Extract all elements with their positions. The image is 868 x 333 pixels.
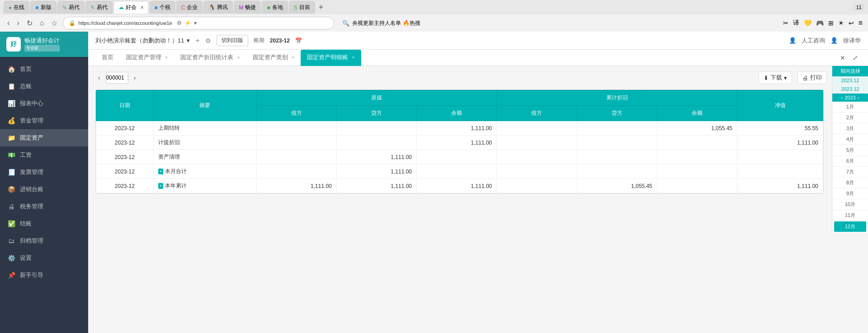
browser-tab-new[interactable]: ■ 新版 [30,1,56,14]
browser-tab-close[interactable]: ✕ [140,5,144,10]
download-icon: ⬇ [764,75,769,81]
tax-icon: 🖨 [7,202,15,211]
wallet-icon[interactable]: 💛 [804,19,811,27]
period-month-9[interactable]: 9月 [832,188,868,199]
sidebar-item-reports[interactable]: 📊 报表中心 [0,95,88,112]
account-info: 刘小艳演示账套（勿删勿动！）11 ▾ [95,37,190,45]
sidebar-item-archive[interactable]: 🗂 归档管理 [0,232,88,249]
new-tab-btn[interactable]: + [319,3,324,12]
period-month-10[interactable]: 10月 [832,199,868,210]
sidebar-item-ledger[interactable]: 📋 总账 [0,78,88,95]
close-period-icon: ✅ [7,220,15,228]
period-month-3[interactable]: 3月 [832,123,868,134]
prev-year-btn[interactable]: ‹ [841,95,843,100]
period-month-11[interactable]: 11月 [832,210,868,221]
sidebar-item-salary[interactable]: 💵 工资 [0,146,88,164]
browser-tab-geshui[interactable]: ■ 个税 [150,1,175,14]
table-row[interactable]: 2023-12 上期结转 1,111.00 1,055.45 55.55 [96,121,823,136]
next-year-btn[interactable]: › [858,95,859,100]
sidebar-item-guide[interactable]: 📌 新手引导 [0,267,88,284]
sidebar-item-home[interactable]: 🏠 首页 [0,61,88,78]
nav-item-label: 归档管理 [20,237,43,245]
game-icon[interactable]: 🎮 [816,19,824,27]
browser-tab-gedi[interactable]: ■ 各地 [262,1,288,14]
translate-icon[interactable]: 译 [793,19,799,27]
download-btn[interactable]: ⬇ 下载 ▾ [759,71,792,84]
back-btn[interactable]: ‹ [5,18,11,28]
dropdown-icon[interactable]: ▾ [187,37,190,44]
tab-close-icon[interactable]: × [292,55,294,60]
browser-tab-tencent[interactable]: 🐧 腾讯 [203,1,233,14]
period-month-7[interactable]: 7月 [832,167,868,178]
close-tab-btn[interactable]: ✕ [837,53,848,62]
tab-depreciation-stat[interactable]: 固定资产折旧统计表 × [174,50,246,66]
sidebar-item-invoice[interactable]: 🧾 发票管理 [0,164,88,181]
page-input[interactable] [106,72,128,84]
menu-icon[interactable]: ≡ [859,19,863,27]
browser-tab-enterprise[interactable]: C 企业 [176,1,203,14]
sidebar-item-settings[interactable]: ⚙️ 设置 [0,249,88,267]
salary-icon: 💵 [7,151,15,159]
tab-asset-mgmt[interactable]: 固定资产管理 × [120,50,174,66]
home-btn[interactable]: ⌂ [38,18,46,28]
tab-close-icon[interactable]: × [165,55,168,60]
address-bar[interactable]: 🔒 https://cloud.chanjet.com/accounting/u… [63,17,334,29]
period-month-5[interactable]: 5月 [832,145,868,156]
period-month-1[interactable]: 1月 [832,102,868,113]
browser-tab-muqian[interactable]: S 目前 [289,1,315,14]
calendar-icon[interactable]: 📅 [295,38,302,44]
brightness-icon[interactable]: ☀ [838,19,844,27]
sidebar-item-funds[interactable]: 💰 资金管理 [0,112,88,129]
period-month-6[interactable]: 6月 [832,156,868,167]
nav-item-label: 进销台账 [20,185,43,193]
add-btn[interactable]: + [195,37,199,45]
period-month-8[interactable]: 8月 [832,178,868,188]
forward-btn[interactable]: › [15,18,21,28]
scissors-icon[interactable]: ✂ [783,19,788,27]
period-month-2[interactable]: 2月 [832,113,868,123]
table-row[interactable]: 2023-12 +本月合计 1,111.00 [96,164,823,179]
settings-btn[interactable]: ⚙ [205,37,211,44]
browser-tab-yidai1[interactable]: ✎ 易代 [57,1,85,14]
browser-tab-yidai2[interactable]: ✎ 易代 [85,1,113,14]
toolbar: ‹ › ⬇ 下载 ▾ 🖨 打印 ↻ 刷新 [95,71,861,84]
browser-tab-online[interactable]: ● 在线 [4,1,29,14]
sidebar-item-assets[interactable]: 📁 固定资产 [0,129,88,146]
nav-item-label: 首页 [20,65,32,73]
tab-home[interactable]: 首页 [95,50,120,66]
switch-version-btn[interactable]: 切到旧版 [217,35,248,46]
browser-tab-haohui[interactable]: ☁ 好会 ✕ [113,1,149,14]
tab-close-icon[interactable]: × [352,55,354,60]
tab-asset-category[interactable]: 固定资产类别 × [246,50,301,66]
sidebar-item-purchase[interactable]: 📦 进销台账 [0,181,88,198]
row-orig-balance: 1,111.00 [417,136,497,150]
table-row[interactable]: 2023-12 资产清理 1,111.00 [96,150,823,164]
sidebar-item-tax[interactable]: 🖨 税务管理 [0,198,88,215]
undo-icon[interactable]: ↩ [849,19,854,27]
pagination: ‹ › [95,72,138,84]
tab-label: 易代 [97,4,108,11]
row-dep-debit [497,179,577,193]
expand-btn[interactable]: ⤢ [850,53,861,62]
tab-label: 新版 [41,4,52,11]
prev-page-btn[interactable]: ‹ [95,73,103,82]
header-original-value: 原值 [256,90,497,106]
table-row[interactable]: 2023-12 +本年累计 1,111.00 1,111.00 1,111.00… [96,179,823,193]
grid-icon[interactable]: ⊞ [828,19,834,27]
next-page-btn[interactable]: › [131,73,139,82]
tab-close-icon[interactable]: × [237,55,240,60]
bookmark-btn[interactable]: ☆ [49,18,59,28]
period-month-12[interactable]: 12月 [834,221,866,232]
tab-label: 固定资产类别 [253,53,288,61]
browser-tab-changjie[interactable]: M 畅捷 [234,1,261,14]
table-row[interactable]: 2023-12 计提折旧 1,111.00 1,111.00 [96,136,823,150]
tab-asset-detail[interactable]: 固定资产明细账 × [301,50,361,66]
sidebar-item-close[interactable]: ✅ 结账 [0,215,88,232]
period-value: 2023-12 [270,38,290,44]
row-orig-balance [417,164,497,179]
print-btn[interactable]: 🖨 打印 [797,71,827,84]
reload-btn[interactable]: ↻ [25,18,34,28]
period-month-4[interactable]: 4月 [832,134,868,145]
period-panel: 期间选择 2023.12 2023.12 ‹ 2023 › 1月 2月 3月 4… [832,66,868,233]
support-label[interactable]: 人工咨询 [802,37,825,45]
